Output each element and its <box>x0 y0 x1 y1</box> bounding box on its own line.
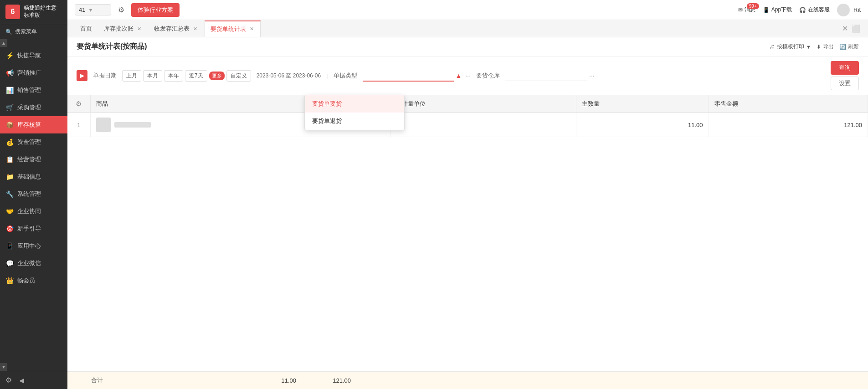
tab-receive-summary-label: 收发存汇总表 <box>154 25 190 33</box>
nav-scroll-down[interactable]: ▼ <box>0 363 7 371</box>
date-label: 单据日期 <box>93 72 117 80</box>
warehouse-label: 要货仓库 <box>476 72 500 80</box>
message-icon: ✉ <box>738 7 743 13</box>
page-title: 要货单统计表(按商品) <box>77 42 147 51</box>
type-label: 单据类型 <box>334 72 357 80</box>
query-button[interactable]: 查询 <box>831 61 859 75</box>
filter-action-buttons: 查询 设置 <box>831 61 859 90</box>
type-dots-icon[interactable]: ··· <box>465 72 471 79</box>
basic-icon: 📁 <box>5 173 14 180</box>
export-label: 导出 <box>823 43 834 51</box>
wechat-icon: 💬 <box>5 260 14 267</box>
print-button[interactable]: 🖨 按模板打印 ▼ <box>770 43 811 51</box>
header-right: ✉ 消息 99+ 📱 App下载 🎧 在线客服 Rit <box>738 4 861 16</box>
type-input[interactable] <box>363 70 454 82</box>
sidebar-item-sales[interactable]: 📊 销售管理 <box>0 82 67 99</box>
col-unit: 主计量单位 <box>390 95 576 113</box>
sidebar-item-marketing[interactable]: 📢 营销推广 <box>0 64 67 82</box>
date-this-month[interactable]: 本月 <box>143 70 162 82</box>
warehouse-input[interactable] <box>505 70 587 81</box>
guide-label: 新手引导 <box>17 225 41 233</box>
footer-amount: 121.00 <box>296 377 351 384</box>
date-this-year[interactable]: 本年 <box>164 70 183 82</box>
trial-button[interactable]: 体验行业方案 <box>131 3 180 17</box>
table-footer: 合计 11.00 121.00 <box>67 371 868 389</box>
tab-inventory-batch-close[interactable]: ✕ <box>136 25 142 33</box>
sidebar-item-system[interactable]: 🔧 系统管理 <box>0 185 67 203</box>
tab-receive-summary-close[interactable]: ✕ <box>192 25 198 33</box>
tab-home[interactable]: 首页 <box>75 20 98 37</box>
date-buttons: 上月 本月 本年 近7天 更多 自定义 <box>122 70 251 82</box>
tab-receive-summary[interactable]: 收发存汇总表 ✕ <box>149 20 204 37</box>
tabs-maximize-icon[interactable]: ⬜ <box>852 24 861 33</box>
col-quantity: 主数量 <box>576 95 709 113</box>
tabs-actions: ✕ ⬜ <box>842 24 861 33</box>
page-header: 要货单统计表(按商品) 🖨 按模板打印 ▼ ⬇ 导出 🔄 刷新 <box>67 37 868 56</box>
marketing-icon: 📢 <box>5 69 14 77</box>
dropdown-item-1[interactable]: 要货单退货 <box>305 113 404 130</box>
messages-count: 99+ <box>747 3 759 9</box>
tab-selector[interactable]: 41 ▼ <box>75 4 111 15</box>
date-custom[interactable]: 自定义 <box>226 70 251 82</box>
sidebar-item-vip[interactable]: 👑 畅会员 <box>0 272 67 289</box>
col-settings: ⚙ <box>67 95 90 113</box>
vip-icon: 👑 <box>5 277 14 284</box>
nav-scroll-up[interactable]: ▲ <box>0 39 7 47</box>
type-chevron-icon[interactable]: ▲ <box>456 72 462 79</box>
set-button[interactable]: 设置 <box>831 77 859 90</box>
refresh-button[interactable]: 🔄 刷新 <box>839 43 859 51</box>
date-last-month[interactable]: 上月 <box>122 70 141 82</box>
search-menu[interactable]: 🔍 搜索菜单 <box>0 24 67 39</box>
user-info[interactable]: Rit <box>837 4 861 16</box>
search-icon: 🔍 <box>5 29 12 35</box>
date-more-badge[interactable]: 更多 <box>209 72 225 80</box>
tab-inventory-batch[interactable]: 库存批次账 ✕ <box>98 20 148 37</box>
service-icon: 🎧 <box>799 7 806 13</box>
table-row: 1 块 11.00 121.00 <box>67 113 868 137</box>
system-icon: 🔧 <box>5 190 14 198</box>
settings-icon[interactable]: ⚙ <box>5 376 12 384</box>
refresh-icon: 🔄 <box>839 44 846 50</box>
sidebar-item-inventory[interactable]: 📦 库存核算 <box>0 116 67 133</box>
cell-quantity: 11.00 <box>576 113 709 137</box>
sidebar-item-finance[interactable]: 💰 资金管理 <box>0 133 67 151</box>
sidebar-item-basic[interactable]: 📁 基础信息 <box>0 168 67 185</box>
data-table: ⚙ 商品 主计量单位 主数量 零售金额 1 <box>67 95 868 137</box>
app-download-badge[interactable]: 📱 App下载 <box>763 6 792 14</box>
sidebar-item-quick-nav[interactable]: ⚡ 快捷导航 <box>0 47 67 64</box>
sidebar-item-wechat[interactable]: 💬 企业微信 <box>0 255 67 272</box>
business-label: 经营管理 <box>17 155 41 164</box>
export-button[interactable]: ⬇ 导出 <box>817 43 834 51</box>
guide-icon: 🎯 <box>5 225 14 232</box>
sidebar-item-guide[interactable]: 🎯 新手引导 <box>0 220 67 237</box>
user-avatar <box>837 4 850 16</box>
dropdown-item-0[interactable]: 要货单要货 <box>305 95 404 113</box>
warehouse-dots-icon[interactable]: ··· <box>589 72 595 79</box>
sidebar-item-appstore[interactable]: 📱 应用中心 <box>0 237 67 255</box>
top-header: 41 ▼ ⚙ 体验行业方案 ✉ 消息 99+ 📱 App下载 🎧 在线客服 R <box>67 0 868 20</box>
date-range-display: 2023-05-06 至 2023-06-06 <box>257 72 321 80</box>
sales-label: 销售管理 <box>17 86 41 94</box>
tab-chevron-icon: ▼ <box>88 7 93 13</box>
tab-order-summary[interactable]: 要货单统计表 ✕ <box>205 20 261 37</box>
date-last-7days[interactable]: 近7天 <box>185 70 207 82</box>
sidebar-item-business[interactable]: 📋 经营管理 <box>0 151 67 168</box>
user-name: Rit <box>853 6 861 13</box>
table-body: 1 块 11.00 121.00 <box>67 113 868 137</box>
tabs-close-all-icon[interactable]: ✕ <box>842 24 848 33</box>
tab-home-label: 首页 <box>80 25 92 33</box>
table-settings-icon[interactable]: ⚙ <box>76 100 82 107</box>
sidebar-item-enterprise[interactable]: 🤝 企业协同 <box>0 203 67 220</box>
header-gear-button[interactable]: ⚙ <box>115 4 128 16</box>
tab-order-summary-close[interactable]: ✕ <box>249 25 255 33</box>
collapse-icon[interactable]: ◀ <box>19 377 24 384</box>
logo-text-container: 畅捷通好生意 标准版 <box>24 5 56 19</box>
sidebar: 6 畅捷通好生意 标准版 🔍 搜索菜单 ▲ ⚡ 快捷导航 📢 营销推广 📊 销售… <box>0 0 67 389</box>
tab-inventory-batch-label: 库存批次账 <box>104 25 134 33</box>
system-label: 系统管理 <box>17 190 41 198</box>
messages-badge[interactable]: ✉ 消息 99+ <box>738 6 755 14</box>
online-service-badge[interactable]: 🎧 在线客服 <box>799 6 830 14</box>
sidebar-item-purchase[interactable]: 🛒 采购管理 <box>0 99 67 116</box>
sidebar-nav: ⚡ 快捷导航 📢 营销推广 📊 销售管理 🛒 采购管理 📦 库存核算 💰 资金管… <box>0 47 67 363</box>
filter-expand-button[interactable]: ▶ <box>77 70 87 81</box>
